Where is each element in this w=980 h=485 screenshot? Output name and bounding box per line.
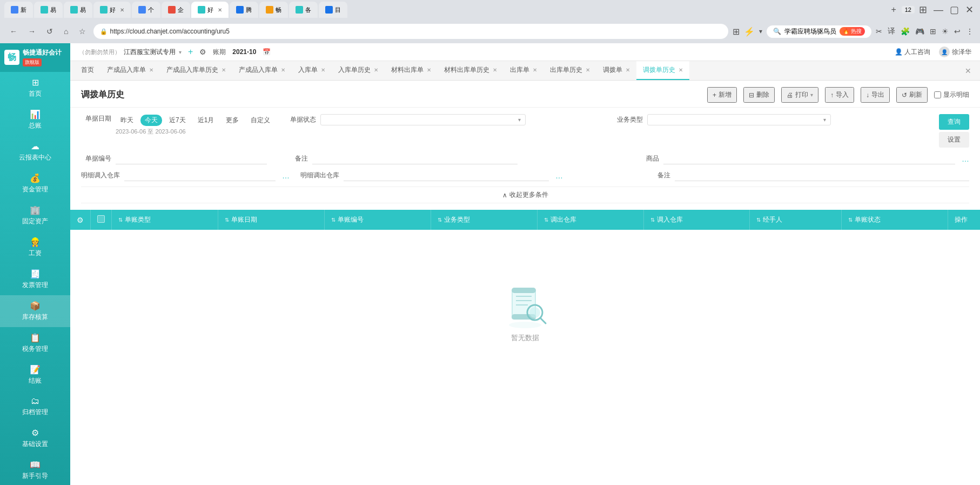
query-button[interactable]: 查询 [939,114,969,130]
sidebar-item-home[interactable]: ⊞ 首页 [0,72,70,104]
tab-outbound-history[interactable]: 出库单历史 ✕ [543,61,596,80]
sidebar-item-inventory[interactable]: 📦 库存核算 [0,295,70,327]
tab-close-icon[interactable]: ✕ [427,67,431,73]
date-btn-1month[interactable]: 近1月 [193,114,219,127]
tab-close-icon[interactable]: ✕ [374,67,378,73]
lightning-icon[interactable]: ⚡ [744,26,755,37]
refresh-button[interactable]: ↺ [43,25,56,38]
detail-out-input[interactable] [344,170,549,181]
tab-outbound[interactable]: 出库单 ✕ [504,61,543,80]
browser-tab-7[interactable]: 好 ✕ [191,2,229,18]
sidebar-item-settings[interactable]: ⚙ 基础设置 [0,422,70,454]
tab-inbound[interactable]: 入库单 ✕ [292,61,332,80]
sidebar-item-invoice[interactable]: 🧾 发票管理 [0,263,70,295]
tab-transfer[interactable]: 调拨单 ✕ [596,61,636,80]
back-button[interactable]: ← [6,25,21,38]
forward-button[interactable]: → [25,25,39,38]
sidebar-item-salary[interactable]: 👷 工资 [0,231,70,263]
tab-material-outbound-history[interactable]: 材料出库单历史 ✕ [438,61,504,80]
browser-tab-2[interactable]: 易 [34,2,63,18]
browser-tab-3[interactable]: 易 [64,2,92,18]
date-btn-7days[interactable]: 近7天 [164,114,191,127]
tab-close-icon[interactable]: ✕ [626,67,630,73]
select-all-checkbox[interactable] [97,215,105,223]
calendar-icon[interactable]: 📅 [263,48,271,56]
sidebar-item-reports[interactable]: ☁ 云报表中心 [0,136,70,168]
status-dropdown[interactable]: ▾ [320,114,526,125]
close-all-tabs-btn[interactable]: ✕ [961,64,976,77]
tab-product-inbound2[interactable]: 产成品入库单 ✕ [232,61,292,80]
tab-close-icon[interactable]: ✕ [679,67,683,73]
extension-icon[interactable]: 🧩 [901,27,910,36]
tab-close-icon[interactable]: ✕ [533,67,537,73]
tab-close-icon[interactable]: ✕ [149,67,153,73]
tab-close-btn[interactable]: ✕ [120,7,124,13]
service-label[interactable]: 👤 人工咨询 [895,48,930,57]
sidebar-item-close[interactable]: 📝 结账 [0,359,70,391]
brightness-icon[interactable]: ☀ [942,27,949,36]
date-btn-today[interactable]: 今天 [140,115,162,126]
import-button[interactable]: ↑ 导入 [825,87,854,103]
grid-icon[interactable]: ⊞ [930,27,936,36]
browser-tab-11[interactable]: 目 [319,2,347,18]
new-button[interactable]: + + 新增 新增 [707,87,737,103]
tab-close-icon[interactable]: ✕ [221,67,226,73]
export-button[interactable]: ↓ 导出 [861,87,890,103]
tab-close-icon[interactable]: ✕ [281,67,285,73]
browser-tab-10[interactable]: 各 [289,2,318,18]
address-input[interactable]: 🔒 https://cloud.chanjet.com/accounting/u… [93,24,728,39]
sidebar-item-capital[interactable]: 💰 资金管理 [0,168,70,200]
doc-number-input[interactable] [116,153,267,164]
home-button[interactable]: ⌂ [61,25,71,38]
detail-in-input[interactable] [124,170,276,181]
tab-close-btn[interactable]: ✕ [218,7,222,13]
scissors-icon[interactable]: ✂ [876,27,882,36]
delete-button[interactable]: ⊟ 删除 [743,87,775,103]
tab-product-inbound-history[interactable]: 产成品入库单历史 ✕ [160,61,232,80]
refresh-button[interactable]: ↺ 刷新 [896,87,928,103]
date-btn-more[interactable]: 更多 [221,114,244,127]
sidebar-item-guide[interactable]: 📖 新手引导 [0,454,70,485]
display-checkbox[interactable] [934,91,941,98]
extensions-icon[interactable]: ⊞ [733,26,740,37]
game-icon[interactable]: 🎮 [915,27,924,36]
menu-icon[interactable]: ⋮ [966,27,974,36]
browser-tab-8[interactable]: 腾 [230,2,258,18]
tab-material-outbound[interactable]: 材料出库单 ✕ [385,61,438,80]
tab-transfer-history[interactable]: 调拨单历史 ✕ [636,61,689,80]
tab-close-icon[interactable]: ✕ [586,67,590,73]
date-btn-custom[interactable]: 自定义 [246,114,275,127]
minimize-btn[interactable]: — [934,4,943,16]
user-area[interactable]: 👤 徐泽华 [939,46,971,57]
browser-tab-4[interactable]: 好 ✕ [93,2,131,18]
translate-icon[interactable]: 译 [888,26,895,36]
browser-tab-6[interactable]: 企 [162,2,190,18]
tab-inbound-history[interactable]: 入库单历史 ✕ [332,61,385,80]
tab-close-icon[interactable]: ✕ [321,67,325,73]
table-settings-btn[interactable]: ⚙ [77,216,84,224]
detail-out-more-btn[interactable]: … [555,171,563,180]
goods-input[interactable] [663,153,955,164]
close-btn[interactable]: ✕ [965,4,974,16]
bookmark-button[interactable]: ☆ [76,25,89,38]
search-box[interactable]: 🔍 学霸应聘场驱鸟员 🔥 热搜 [767,25,871,38]
goods-more-btn[interactable]: … [962,155,969,163]
company-selector[interactable]: （勿删勿禁用） 江西服宝测试专用 ▾ [79,48,182,57]
settings-button[interactable]: 设置 [939,132,969,148]
new-tab-button[interactable]: + [888,5,899,15]
browser-tab-5[interactable]: 个 [132,2,160,18]
browser-tab-1[interactable]: 新 [4,2,33,18]
date-btn-yesterday[interactable]: 昨天 [116,114,138,127]
detail-in-more-btn[interactable]: … [282,171,290,180]
add-company-btn[interactable]: + [188,47,193,57]
tab-product-inbound[interactable]: 产成品入库单 ✕ [100,61,160,80]
tab-home[interactable]: 首页 [75,61,100,80]
detail-remark-input[interactable] [675,170,969,181]
sidebar-item-ledger[interactable]: 📊 总账 [0,104,70,136]
browser-tab-9[interactable]: 畅 [259,2,288,18]
dropdown-icon[interactable]: ▾ [759,28,762,35]
display-toggle[interactable]: 显示明细 [934,90,969,99]
collapse-button[interactable]: ∧ 收起更多条件 [502,190,548,200]
tab-close-icon[interactable]: ✕ [493,67,497,73]
remark-input[interactable] [312,153,518,164]
